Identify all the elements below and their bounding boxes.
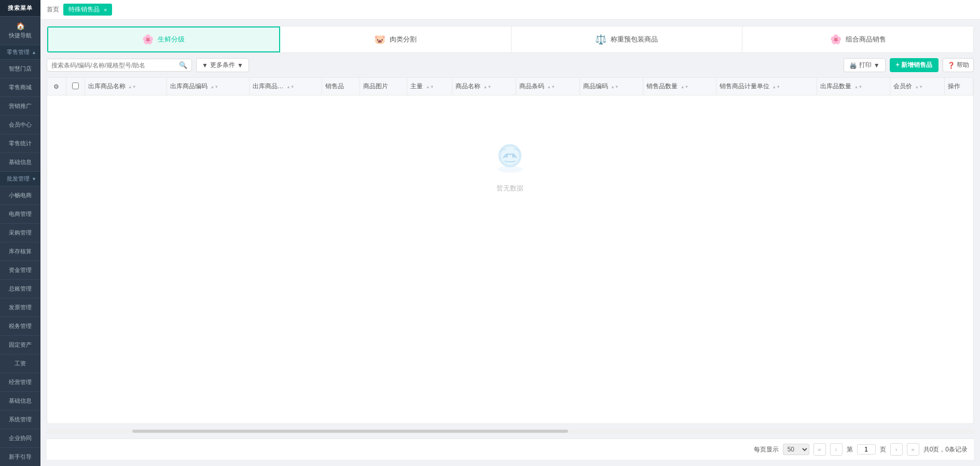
sidebar-item-mini-prog[interactable]: 小畅电商 <box>0 186 40 205</box>
sidebar-section-retail[interactable]: 零售管理 ▲ <box>0 45 40 60</box>
add-sales-item-button[interactable]: + 新增销售品 <box>890 58 938 72</box>
th-out-spec[interactable]: 出库商品… ▲▼ <box>249 78 322 95</box>
sort-weight-icon: ▲▼ <box>426 85 434 89</box>
th-settings[interactable]: ⚙ <box>47 78 66 95</box>
cat-tab-fresh[interactable]: 🌸 生鲜分级 <box>47 26 280 52</box>
sidebar-item-basic-info2[interactable]: 基础信息 <box>0 392 40 410</box>
sidebar-section-wholesale[interactable]: 批发管理 ▼ <box>0 172 40 186</box>
sidebar-logo[interactable]: 搜索菜单 <box>0 0 40 17</box>
combo-icon: 🌸 <box>830 34 841 45</box>
sort-goods-code-icon: ▲▼ <box>611 85 619 89</box>
sort-out-name-icon: ▲▼ <box>128 85 136 89</box>
cat-tab-meat[interactable]: 🐷 肉类分割 <box>280 26 512 52</box>
th-unit[interactable]: 销售商品计量单位 ▲▼ <box>716 78 817 95</box>
empty-state-row: 暂无数据 <box>47 95 973 235</box>
last-page-button[interactable]: » <box>907 443 919 456</box>
select-all-checkbox[interactable] <box>72 83 79 89</box>
print-icon: 🖨️ <box>849 62 857 69</box>
search-box[interactable]: 🔍 <box>47 59 192 72</box>
sidebar-item-ecom-mgmt[interactable]: 电商管理 <box>0 205 40 224</box>
sort-barcode-icon: ▲▼ <box>547 85 555 89</box>
sidebar-item-finance[interactable]: 资金管理 <box>0 261 40 280</box>
meat-icon: 🐷 <box>374 34 385 45</box>
sort-out-qty-icon: ▲▼ <box>854 85 863 89</box>
sort-sale-qty-icon: ▲▼ <box>681 85 689 89</box>
pagination-bar: 每页显示 20 50 100 « ‹ 第 页 › » 共0页，0条记录 <box>47 438 974 460</box>
scrollbar-thumb[interactable] <box>132 430 568 433</box>
sidebar-item-biz-mgmt[interactable]: 经营管理 <box>0 373 40 392</box>
sidebar-item-enterprise[interactable]: 企业协同 <box>0 429 40 448</box>
cat-tab-weigh[interactable]: ⚖️ 称重预包装商品 <box>512 26 743 52</box>
prev-page-button[interactable]: ‹ <box>830 443 843 456</box>
page-number-input[interactable] <box>857 444 876 455</box>
table-body: 暂无数据 <box>47 95 973 235</box>
sidebar-item-marketing[interactable]: 营销推广 <box>0 97 40 116</box>
th-out-qty[interactable]: 出库品数量 ▲▼ <box>817 78 890 95</box>
print-button[interactable]: 🖨️ 打印 ▼ <box>844 58 886 72</box>
svg-point-3 <box>505 155 508 158</box>
active-tab[interactable]: 特殊销售品 × <box>63 4 112 16</box>
sidebar-item-retail-stats[interactable]: 零售统计 <box>0 134 40 153</box>
help-button[interactable]: ❓ 帮助 <box>943 58 974 72</box>
page-content: 🌸 生鲜分级 🐷 肉类分割 ⚖️ 称重预包装商品 🌸 组合商品销售 🔍 <box>40 20 980 466</box>
filter-icon: ▼ <box>202 62 208 69</box>
th-checkbox[interactable] <box>66 78 85 95</box>
sidebar-item-sys-mgmt[interactable]: 系统管理 <box>0 410 40 429</box>
category-tabs: 🌸 生鲜分级 🐷 肉类分割 ⚖️ 称重预包装商品 🌸 组合商品销售 <box>47 26 974 53</box>
filter-dropdown-icon: ▼ <box>237 62 243 69</box>
th-member-price[interactable]: 会员价 ▲▼ <box>890 78 944 95</box>
quick-nav-icon: 🏠 <box>16 22 25 30</box>
th-sale-qty[interactable]: 销售品数量 ▲▼ <box>643 78 716 95</box>
sidebar-item-fixed-assets[interactable]: 固定资产 <box>0 336 40 354</box>
search-icon[interactable]: 🔍 <box>179 61 187 69</box>
sort-out-code-icon: ▲▼ <box>210 85 218 89</box>
sidebar-item-smart-store[interactable]: 智慧门店 <box>0 60 40 78</box>
wholesale-arrow-icon: ▼ <box>32 176 36 182</box>
sidebar-item-invoice[interactable]: 发票管理 <box>0 298 40 317</box>
sidebar-item-purchase[interactable]: 采购管理 <box>0 224 40 242</box>
close-tab-button[interactable]: × <box>104 7 107 13</box>
retail-mgmt-arrow-icon: ▲ <box>32 50 36 55</box>
cat-tab-combo[interactable]: 🌸 组合商品销售 <box>742 26 973 52</box>
empty-state: 暂无数据 <box>47 95 973 235</box>
th-goods-name[interactable]: 商品名称 ▲▼ <box>452 78 516 95</box>
th-goods-code[interactable]: 商品编码 ▲▼ <box>579 78 643 95</box>
fresh-icon: 🌸 <box>142 34 154 45</box>
next-page-button[interactable]: › <box>890 443 903 456</box>
page-size-select[interactable]: 20 50 100 <box>783 444 809 455</box>
topbar: 首页 特殊销售品 × <box>40 0 980 20</box>
total-count: 共0页，0条记录 <box>923 445 968 454</box>
data-table: ⚙ 出库商品名称 ▲▼ 出库商品编码 ▲▼ 出库 <box>47 78 973 235</box>
th-actions: 操作 <box>944 78 973 95</box>
filter-button[interactable]: ▼ 更多条件 ▼ <box>196 58 249 72</box>
sidebar-item-quick-nav[interactable]: 🏠 快捷导航 <box>0 17 40 45</box>
sort-goods-name-icon: ▲▼ <box>484 85 492 89</box>
sidebar-item-members[interactable]: 会员中心 <box>0 116 40 134</box>
help-icon: ❓ <box>947 62 955 69</box>
th-sale-item: 销售品 <box>322 78 360 95</box>
first-page-button[interactable]: « <box>813 443 826 456</box>
sidebar-item-salary[interactable]: 工资 <box>0 354 40 373</box>
sidebar-item-basic-info[interactable]: 基础信息 <box>0 153 40 172</box>
main-area: 首页 特殊销售品 × 🌸 生鲜分级 🐷 肉类分割 ⚖️ 称重预包装商品 🌸 组合… <box>40 0 980 466</box>
home-breadcrumb[interactable]: 首页 <box>47 5 59 14</box>
th-out-code[interactable]: 出库商品编码 ▲▼ <box>167 78 250 95</box>
empty-text: 暂无数据 <box>496 184 523 193</box>
sidebar-item-ledger[interactable]: 总账管理 <box>0 280 40 298</box>
print-dropdown-icon: ▼ <box>874 62 880 69</box>
sidebar-item-inventory[interactable]: 库存核算 <box>0 242 40 261</box>
horizontal-scrollbar[interactable] <box>47 429 974 433</box>
th-weight[interactable]: 主量 ▲▼ <box>407 78 452 95</box>
toolbar: 🔍 ▼ 更多条件 ▼ 🖨️ 打印 ▼ + 新增销售品 ❓ 帮助 <box>47 58 974 72</box>
sidebar-item-tax[interactable]: 税务管理 <box>0 317 40 336</box>
th-barcode[interactable]: 商品条码 ▲▼ <box>516 78 579 95</box>
sidebar-item-retail-mall[interactable]: 零售商城 <box>0 78 40 97</box>
sort-unit-icon: ▲▼ <box>772 85 780 89</box>
th-out-name[interactable]: 出库商品名称 ▲▼ <box>85 78 167 95</box>
search-input[interactable] <box>51 62 177 69</box>
sidebar-item-newbie[interactable]: 新手引导 <box>0 448 40 466</box>
th-img: 商品图片 <box>360 78 407 95</box>
empty-state-icon <box>489 137 531 179</box>
sort-out-spec-icon: ▲▼ <box>286 85 295 89</box>
weigh-icon: ⚖️ <box>595 34 606 45</box>
